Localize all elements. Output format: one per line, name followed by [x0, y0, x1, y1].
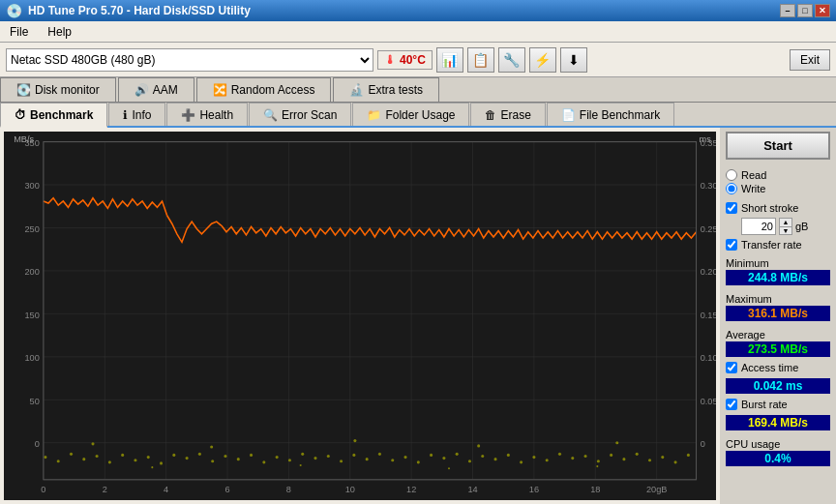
- svg-text:12: 12: [406, 484, 416, 493]
- stroke-unit-label: gB: [795, 221, 808, 232]
- menu-file[interactable]: File: [6, 23, 32, 41]
- svg-rect-0: [4, 132, 716, 500]
- aam-icon: 🔊: [134, 83, 149, 97]
- close-button[interactable]: ✕: [815, 4, 830, 17]
- svg-point-69: [276, 456, 279, 459]
- tab-info[interactable]: ℹ Info: [108, 103, 165, 126]
- access-time-checkbox[interactable]: [726, 362, 737, 373]
- stroke-down-button[interactable]: ▼: [780, 227, 791, 235]
- stroke-up-button[interactable]: ▲: [780, 219, 791, 227]
- stroke-row: ▲ ▼ gB: [741, 218, 830, 235]
- cpu-usage-section: CPU usage 0.4%: [726, 435, 830, 467]
- exit-button[interactable]: Exit: [790, 49, 830, 71]
- tab-file-benchmark[interactable]: 📄 File Benchmark: [547, 103, 674, 126]
- health-icon: ➕: [181, 108, 195, 122]
- svg-text:0: 0: [35, 439, 40, 449]
- toolbar-btn-5[interactable]: ⬇: [560, 47, 587, 73]
- svg-point-76: [366, 458, 369, 460]
- tab-folder-usage[interactable]: 📁 Folder Usage: [352, 103, 469, 126]
- toolbar-btn-2[interactable]: 📋: [467, 47, 494, 73]
- read-radio[interactable]: [726, 169, 737, 181]
- tab-disk-monitor[interactable]: 💽 Disk monitor: [0, 77, 116, 102]
- maximize-button[interactable]: □: [797, 4, 813, 17]
- tab-health[interactable]: ➕ Health: [166, 103, 248, 126]
- svg-point-85: [481, 455, 484, 458]
- svg-point-54: [82, 458, 85, 460]
- stroke-value-input[interactable]: [741, 218, 776, 235]
- burst-rate-checkbox[interactable]: [726, 399, 737, 410]
- svg-point-72: [314, 457, 316, 460]
- svg-point-56: [108, 460, 111, 463]
- tab-random-access[interactable]: 🔀 Random Access: [196, 77, 332, 102]
- svg-point-63: [198, 453, 201, 456]
- svg-point-107: [151, 466, 153, 468]
- write-radio-item[interactable]: Write: [726, 183, 830, 194]
- transfer-rate-checkbox-item[interactable]: Transfer rate: [726, 239, 830, 251]
- svg-point-108: [300, 464, 302, 466]
- tab-error-scan[interactable]: 🔍 Error Scan: [249, 103, 351, 126]
- svg-point-53: [70, 453, 73, 456]
- toolbar-btn-4[interactable]: ⚡: [529, 47, 556, 73]
- svg-point-98: [648, 459, 651, 461]
- tab-erase[interactable]: 🗑 Erase: [470, 103, 545, 126]
- minimum-value: 244.8 MB/s: [726, 270, 830, 285]
- tab-aam[interactable]: 🔊 AAM: [118, 77, 194, 102]
- svg-point-97: [636, 453, 639, 456]
- svg-text:0.30: 0.30: [701, 181, 716, 191]
- svg-point-73: [327, 455, 330, 458]
- svg-point-78: [391, 459, 394, 461]
- svg-point-93: [584, 455, 587, 458]
- svg-point-102: [91, 442, 94, 445]
- file-benchmark-icon: 📄: [561, 108, 576, 122]
- svg-point-64: [211, 460, 214, 462]
- svg-point-79: [403, 456, 406, 459]
- menu-help[interactable]: Help: [44, 23, 75, 41]
- chart-svg: 350 300 250 200 150 100 50 0 MB/s ms 0.3…: [4, 132, 716, 500]
- extra-tests-icon: 🔬: [349, 83, 364, 97]
- transfer-rate-checkbox[interactable]: [726, 239, 737, 251]
- stroke-spinner[interactable]: ▲ ▼: [779, 218, 792, 235]
- svg-point-100: [674, 460, 677, 463]
- svg-text:10: 10: [345, 484, 355, 493]
- read-radio-item[interactable]: Read: [726, 169, 830, 181]
- erase-icon: 🗑: [485, 108, 496, 122]
- svg-point-106: [615, 441, 618, 444]
- access-time-checkbox-item[interactable]: Access time: [726, 362, 830, 373]
- titlebar-title: HD Tune Pro 5.70 - Hard Disk/SSD Utility: [28, 4, 251, 17]
- random-access-icon: 🔀: [213, 83, 227, 97]
- svg-point-60: [160, 461, 163, 464]
- svg-text:0.05: 0.05: [701, 396, 716, 405]
- svg-point-62: [186, 457, 189, 460]
- svg-point-61: [172, 454, 175, 457]
- tab-extra-tests[interactable]: 🔬 Extra tests: [333, 77, 439, 102]
- svg-text:4: 4: [164, 484, 168, 493]
- toolbar-btn-3[interactable]: 🔧: [498, 47, 525, 73]
- svg-text:0.20: 0.20: [701, 267, 716, 277]
- svg-point-86: [494, 458, 497, 460]
- svg-point-70: [288, 459, 291, 461]
- svg-text:0: 0: [701, 439, 705, 449]
- write-radio[interactable]: [726, 183, 737, 194]
- drive-selector[interactable]: Netac SSD 480GB (480 gB): [6, 48, 373, 72]
- error-scan-icon: 🔍: [263, 108, 278, 122]
- short-stroke-checkbox-item[interactable]: Short stroke: [726, 202, 830, 214]
- average-section: Average 273.5 MB/s: [726, 326, 830, 358]
- svg-point-59: [147, 456, 150, 459]
- minimum-section: Minimum 244.8 MB/s: [726, 254, 830, 286]
- start-button[interactable]: Start: [726, 132, 830, 160]
- toolbar-btn-1[interactable]: 📊: [436, 47, 463, 73]
- maximum-value: 316.1 MB/s: [726, 306, 830, 321]
- svg-point-96: [622, 458, 625, 460]
- svg-point-110: [596, 465, 598, 467]
- tab-benchmark[interactable]: ⏱ Benchmark: [0, 103, 107, 128]
- svg-text:0.25: 0.25: [701, 224, 716, 234]
- svg-text:100: 100: [24, 353, 39, 363]
- svg-point-65: [224, 455, 226, 458]
- svg-text:0.35: 0.35: [701, 138, 716, 148]
- burst-rate-checkbox-item[interactable]: Burst rate: [726, 399, 830, 410]
- svg-text:6: 6: [224, 484, 229, 493]
- svg-point-101: [687, 454, 690, 457]
- minimize-button[interactable]: –: [780, 4, 795, 17]
- folder-usage-icon: 📁: [367, 108, 381, 122]
- short-stroke-checkbox[interactable]: [726, 202, 737, 214]
